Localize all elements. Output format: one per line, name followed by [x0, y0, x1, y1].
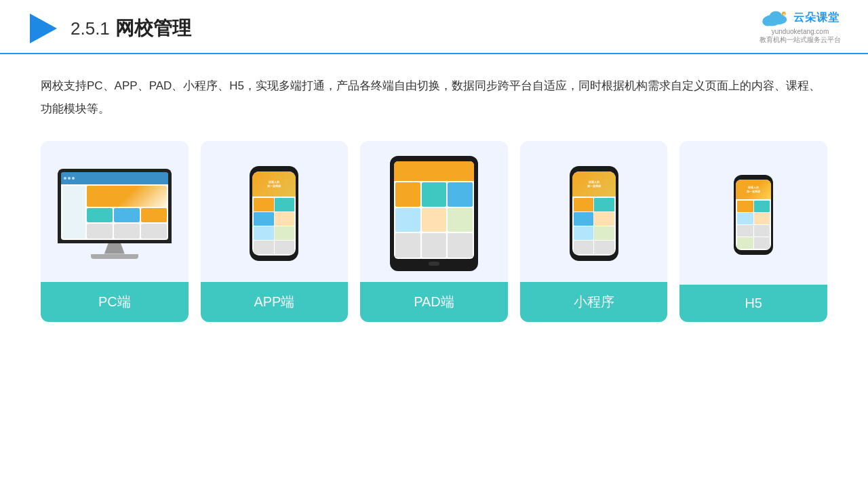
pc-image-area	[41, 141, 189, 282]
pad-tablet	[390, 156, 478, 271]
pc-label: PC端	[41, 282, 189, 322]
h5-label: H5	[679, 285, 827, 322]
brand-logo: ★ 云朵课堂 yunduoketang.com 教育机构一站式服务云平台	[760, 8, 841, 45]
app-phone: 职通人的第一堂网课	[250, 166, 298, 261]
h5-card: 职通人的第一堂网课	[679, 141, 827, 322]
header: 2.5.1 网校管理 ★ 云朵课堂 yunduoketang.com 教育机构一…	[0, 0, 868, 54]
app-image-area: 职通人的第一堂网课	[201, 141, 349, 282]
main-content: 网校支持PC、APP、PAD、小程序、H5，实现多端打通，产品各终端自由切换，数…	[0, 54, 868, 488]
brand-icon: ★ 云朵课堂	[761, 8, 840, 27]
h5-phone: 职通人的第一堂网课	[734, 175, 773, 255]
svg-marker-0	[30, 14, 57, 43]
app-card: 职通人的第一堂网课	[201, 141, 349, 322]
logo-play-icon	[27, 12, 60, 45]
cloud-icon: ★	[761, 8, 791, 27]
pad-card: PAD端	[360, 141, 508, 322]
miniapp-label: 小程序	[520, 282, 668, 322]
monitor-screen	[61, 172, 168, 240]
miniapp-image-area: 职通人的第一堂网课	[520, 141, 668, 282]
miniapp-card: 职通人的第一堂网课	[520, 141, 668, 322]
app-label: APP端	[201, 282, 349, 322]
brand-tagline-text: 教育机构一站式服务云平台	[760, 35, 841, 45]
page: 2.5.1 网校管理 ★ 云朵课堂 yunduoketang.com 教育机构一…	[0, 0, 868, 488]
page-title: 2.5.1 网校管理	[71, 16, 191, 41]
title-text: 网校管理	[115, 18, 191, 39]
pc-monitor	[58, 169, 172, 259]
miniapp-phone: 职通人的第一堂网课	[570, 166, 618, 261]
brand-url-text: yunduoketang.com	[772, 28, 829, 35]
h5-image-area: 职通人的第一堂网课	[679, 141, 827, 285]
description-text: 网校支持PC、APP、PAD、小程序、H5，实现多端打通，产品各终端自由切换，数…	[41, 75, 827, 121]
monitor-outer	[58, 169, 172, 243]
pad-label: PAD端	[360, 282, 508, 322]
brand-name-text: 云朵课堂	[793, 11, 840, 25]
devices-row: PC端 职通人的第一堂网课	[41, 141, 827, 322]
pc-card: PC端	[41, 141, 189, 322]
pad-image-area	[360, 141, 508, 282]
section-number: 2.5.1	[71, 18, 110, 39]
svg-point-4	[769, 11, 782, 22]
